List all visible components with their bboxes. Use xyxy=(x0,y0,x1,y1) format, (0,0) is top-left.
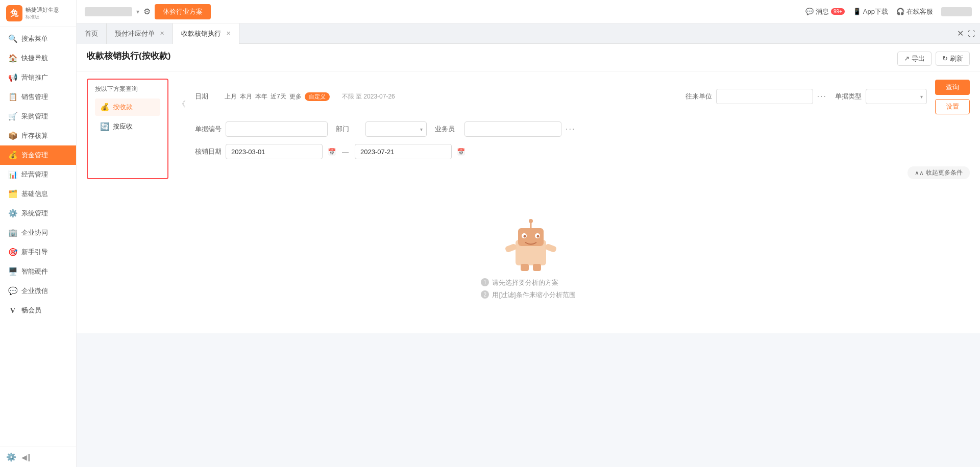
sidebar-item-inventory[interactable]: 📦 库存核算 xyxy=(0,126,76,145)
sidebar-item-basic[interactable]: 🗂️ 基础信息 xyxy=(0,184,76,204)
company-name xyxy=(85,7,132,16)
tab-prepay-close-icon[interactable]: ✕ xyxy=(160,30,164,37)
sidebar-item-purchase[interactable]: 🛒 采购管理 xyxy=(0,107,76,126)
tab-writeoff[interactable]: 收款核销执行 ✕ xyxy=(173,23,239,44)
service-icon: 🎧 xyxy=(896,8,904,15)
sidebar-item-hardware[interactable]: 🖥️ 智能硬件 xyxy=(0,262,76,281)
collapse-conditions-btn[interactable]: ∧∧ 收起更多条件 xyxy=(908,166,970,179)
date-this-month[interactable]: 本月 xyxy=(240,92,252,101)
enterprise-icon: 🏢 xyxy=(8,228,17,237)
refresh-button[interactable]: ↻ 刷新 xyxy=(936,52,970,66)
message-label: 消息 xyxy=(816,7,829,16)
staff-more-icon[interactable]: ··· xyxy=(566,125,575,134)
box-icon: 📦 xyxy=(8,131,17,140)
calendar-end-icon[interactable]: 📅 xyxy=(457,148,465,156)
dept-filter-item: 部门 ▾ xyxy=(336,121,427,137)
bill-type-select[interactable] xyxy=(866,89,927,104)
sidebar-item-operations[interactable]: 📊 经营管理 xyxy=(0,165,76,184)
svg-rect-1 xyxy=(518,228,544,246)
app-download-link[interactable]: 📱 App下载 xyxy=(853,7,888,16)
settings-button[interactable]: 设置 xyxy=(935,99,970,114)
sidebar-item-quick-nav[interactable]: 🏠 快捷导航 xyxy=(0,48,76,68)
sidebar-label-finance: 资金管理 xyxy=(21,151,48,160)
tab-prepay[interactable]: 预付冲应付单 ✕ xyxy=(107,23,173,44)
staff-label: 业务员 xyxy=(435,125,460,134)
sidebar-item-system[interactable]: ⚙️ 系统管理 xyxy=(0,204,76,223)
refresh-icon: ↻ xyxy=(942,55,948,62)
filter-wrapper: 按以下方案查询 💰 按收款 🔄 按应收 《 xyxy=(87,79,970,179)
filter-area: 按以下方案查询 💰 按收款 🔄 按应收 《 xyxy=(77,71,980,186)
date-more[interactable]: 更多 xyxy=(289,92,302,101)
sidebar-item-wechat[interactable]: 💬 企业微信 xyxy=(0,281,76,301)
writeoff-date-start-input[interactable] xyxy=(226,144,323,159)
tab-prepay-label: 预付冲应付单 xyxy=(115,29,155,38)
svg-rect-9 xyxy=(545,243,557,253)
logo-icon: 兔 xyxy=(6,5,22,21)
export-button[interactable]: ↗ 导出 xyxy=(897,52,932,66)
export-icon: ↗ xyxy=(904,55,910,62)
sidebar-item-finance[interactable]: 💰 资金管理 xyxy=(0,145,76,165)
partner-more-icon[interactable]: ··· xyxy=(817,92,827,101)
partner-label: 往来单位 xyxy=(685,92,712,101)
tip-text-1: 请先选择要分析的方案 xyxy=(492,278,558,287)
page-inner: 收款核销执行(按收款) ↗ 导出 ↻ 刷新 按以 xyxy=(77,44,980,333)
message-btn[interactable]: 💬 消息 99+ xyxy=(805,7,845,16)
svg-rect-11 xyxy=(533,264,541,271)
settings-bottom-icon[interactable]: ⚙️ xyxy=(6,452,16,462)
collapse-left-icon: 《 xyxy=(178,99,186,110)
expand-icon[interactable]: ⛶ xyxy=(968,30,975,38)
online-service-link[interactable]: 🎧 在线客服 xyxy=(896,7,933,16)
empty-illustration xyxy=(503,217,554,268)
writeoff-date-end-input[interactable] xyxy=(355,144,452,159)
date-nolimit: 不限 至 2023-07-26 xyxy=(342,92,395,101)
sidebar-label-sales: 销售管理 xyxy=(21,92,48,102)
guide-icon: 🎯 xyxy=(8,248,17,257)
date-shortcuts: 上月 本月 本年 近7天 更多 自定义 xyxy=(225,92,330,101)
topbar-gear-icon[interactable]: ⚙ xyxy=(143,7,151,16)
sidebar-label-basic: 基础信息 xyxy=(21,189,48,199)
query-button[interactable]: 查询 xyxy=(935,80,970,95)
staff-input[interactable] xyxy=(464,121,561,137)
date-custom-badge[interactable]: 自定义 xyxy=(305,92,330,101)
tab-home[interactable]: 首页 xyxy=(77,23,107,44)
megaphone-icon: 📢 xyxy=(8,73,17,82)
date-this-year[interactable]: 本年 xyxy=(255,92,267,101)
date-filter-item: 日期 上月 本月 本年 近7天 更多 自定义 xyxy=(195,92,330,101)
bill-type-label: 单据类型 xyxy=(835,92,862,101)
date-last-month[interactable]: 上月 xyxy=(225,92,237,101)
sidebar-item-member[interactable]: V 畅会员 xyxy=(0,301,76,320)
page-title: 收款核销执行(按收款) xyxy=(87,50,170,67)
tip-text-2: 用[过滤]条件来缩小分析范围 xyxy=(492,290,575,300)
sidebar-item-search[interactable]: 🔍 搜索菜单 xyxy=(0,29,76,48)
empty-tip-2: 2 用[过滤]条件来缩小分析范围 xyxy=(481,290,575,300)
dropdown-chevron-icon[interactable]: ▾ xyxy=(136,8,139,15)
sidebar-item-guide[interactable]: 🎯 新手引导 xyxy=(0,242,76,262)
sidebar-item-sales[interactable]: 📋 销售管理 xyxy=(0,87,76,107)
sidebar-label-inventory: 库存核算 xyxy=(21,131,48,140)
close-tab-icon[interactable]: ✕ xyxy=(957,29,964,38)
filter-panel-collapse-btn[interactable]: 《 xyxy=(177,89,187,119)
industry-btn[interactable]: 体验行业方案 xyxy=(155,4,211,19)
filter-option-by-receipt[interactable]: 💰 按收款 xyxy=(95,99,160,116)
tab-writeoff-close-icon[interactable]: ✕ xyxy=(226,30,231,37)
bill-no-input[interactable] xyxy=(226,121,328,137)
query-buttons: 查询 设置 xyxy=(935,79,970,114)
empty-svg xyxy=(503,217,559,273)
collapse-sidebar-icon[interactable]: ◀‖ xyxy=(21,453,31,461)
filter-option-receipt-label: 按收款 xyxy=(113,103,133,112)
calendar-start-icon[interactable]: 📅 xyxy=(328,148,336,156)
sidebar-label-member: 畅会员 xyxy=(21,306,41,315)
filter-method-panel: 按以下方案查询 💰 按收款 🔄 按应收 xyxy=(87,79,168,179)
sidebar-item-enterprise[interactable]: 🏢 企业协同 xyxy=(0,223,76,242)
filter-option-by-receivable[interactable]: 🔄 按应收 xyxy=(95,118,160,135)
dept-select[interactable] xyxy=(365,121,427,137)
sidebar-label-hardware: 智能硬件 xyxy=(21,267,48,276)
empty-state: 1 请先选择要分析的方案 2 用[过滤]条件来缩小分析范围 xyxy=(77,186,980,333)
collapse-up-icon: ∧∧ xyxy=(915,169,924,177)
date-7days[interactable]: 近7天 xyxy=(271,92,286,101)
sidebar-item-marketing[interactable]: 📢 营销推广 xyxy=(0,68,76,87)
writeoff-date-label: 核销日期 xyxy=(195,147,222,156)
app-download-label: App下载 xyxy=(863,7,888,16)
phone-icon: 📱 xyxy=(853,8,861,15)
partner-input[interactable] xyxy=(716,89,813,104)
